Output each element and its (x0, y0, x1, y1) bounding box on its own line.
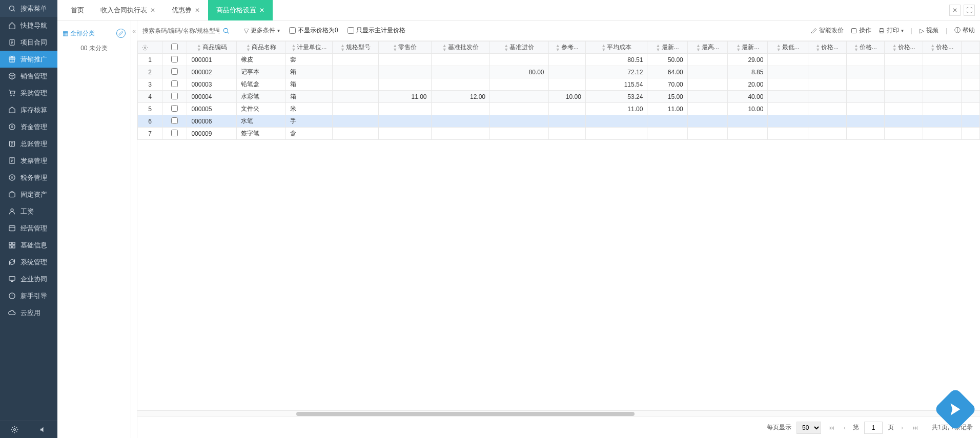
cell[interactable] (768, 103, 808, 115)
cell[interactable] (923, 78, 961, 91)
table-row[interactable]: 2000002记事本箱80.0072.1264.008.85 (138, 66, 980, 78)
table-row[interactable]: 6000006水笔手 (138, 115, 980, 128)
cell[interactable] (846, 78, 885, 91)
print-button[interactable]: 打印 ▾ (879, 26, 904, 35)
last-page-button[interactable]: ⏭ (910, 424, 921, 431)
per-page-select[interactable]: 50 (797, 422, 821, 434)
sidebar-item-1[interactable]: 快捷导航 (0, 17, 57, 34)
sidebar-item-12[interactable]: 工资 (0, 203, 57, 220)
cell[interactable] (687, 91, 727, 103)
tab-2[interactable]: 优惠券✕ (164, 0, 208, 20)
cell[interactable]: 64.00 (647, 66, 687, 78)
prev-page-button[interactable]: ‹ (842, 424, 848, 431)
tab-3[interactable]: 商品价格设置✕ (208, 0, 273, 20)
row-checkbox[interactable] (171, 117, 178, 124)
sidebar-item-6[interactable]: 库存核算 (0, 101, 57, 118)
cell[interactable] (162, 128, 187, 140)
cell[interactable] (768, 115, 808, 128)
cell[interactable] (885, 66, 923, 78)
cell[interactable] (768, 91, 808, 103)
cell[interactable] (162, 103, 187, 115)
cell[interactable]: 72.12 (585, 66, 647, 78)
cell[interactable] (490, 115, 549, 128)
sidebar-item-10[interactable]: 税务管理 (0, 169, 57, 186)
cell[interactable]: 签字笔 (236, 128, 285, 140)
close-icon[interactable]: ✕ (195, 7, 200, 14)
cell[interactable] (808, 54, 846, 66)
select-all-checkbox[interactable] (171, 44, 178, 50)
cell[interactable]: 箱 (286, 78, 332, 91)
cell[interactable]: 铅笔盒 (236, 78, 285, 91)
cell[interactable]: 80.00 (490, 66, 549, 78)
cell[interactable]: 1 (138, 54, 162, 66)
cell[interactable]: 米 (286, 103, 332, 115)
cell[interactable]: 000009 (187, 128, 236, 140)
cell[interactable] (332, 115, 378, 128)
cell[interactable] (431, 54, 490, 66)
row-checkbox[interactable] (171, 93, 178, 99)
more-conditions-button[interactable]: ▽ 更多条件 ▾ (244, 26, 280, 35)
table-row[interactable]: 5000005文件夹米11.0011.0010.00 (138, 103, 980, 115)
cell[interactable]: 000001 (187, 54, 236, 66)
cell[interactable]: 5 (138, 103, 162, 115)
sidebar-item-17[interactable]: 新手引导 (0, 287, 57, 304)
cell[interactable] (885, 54, 923, 66)
col-header-7[interactable]: ▲▼基准批发价 (431, 41, 490, 54)
search-input[interactable] (142, 27, 219, 34)
edit-category-icon[interactable] (116, 29, 126, 38)
cell[interactable]: 3 (138, 78, 162, 91)
cell[interactable]: 11.00 (379, 91, 431, 103)
close-icon[interactable]: ✕ (150, 7, 155, 14)
sidebar-item-9[interactable]: 发票管理 (0, 152, 57, 169)
cell[interactable]: 套 (286, 54, 332, 66)
cell[interactable] (923, 91, 961, 103)
cell[interactable]: 000006 (187, 115, 236, 128)
cell[interactable] (808, 115, 846, 128)
col-header-0[interactable] (138, 41, 162, 54)
col-header-6[interactable]: ▲▼零售价 (379, 41, 431, 54)
cell[interactable]: 橡皮 (236, 54, 285, 66)
cell[interactable]: 盒 (286, 128, 332, 140)
cell[interactable] (379, 66, 431, 78)
cell[interactable]: 2 (138, 66, 162, 78)
cell[interactable] (332, 54, 378, 66)
cell[interactable]: 15.00 (647, 91, 687, 103)
sidebar-item-18[interactable]: 云应用 (0, 304, 57, 321)
cell[interactable] (923, 54, 961, 66)
sidebar-item-0[interactable]: 搜索菜单 (0, 0, 57, 17)
cell[interactable] (808, 128, 846, 140)
table-row[interactable]: 3000003铅笔盒箱115.5470.0020.00 (138, 78, 980, 91)
cell[interactable] (923, 115, 961, 128)
cell[interactable] (808, 66, 846, 78)
cell[interactable]: 6 (138, 115, 162, 128)
cell[interactable] (885, 91, 923, 103)
cell[interactable] (768, 66, 808, 78)
cell[interactable] (332, 78, 378, 91)
first-page-button[interactable]: ⏮ (826, 424, 836, 431)
tab-1[interactable]: 收入合同执行表✕ (92, 0, 164, 20)
sidebar-item-8[interactable]: 总账管理 (0, 135, 57, 152)
cell[interactable]: 10.00 (548, 91, 585, 103)
cell[interactable]: 20.00 (728, 78, 768, 91)
col-header-9[interactable]: ▲▼参考... (548, 41, 585, 54)
cell[interactable] (431, 115, 490, 128)
col-header-15[interactable]: ▲▼价格... (808, 41, 846, 54)
cell[interactable]: 50.00 (647, 54, 687, 66)
sidebar-item-15[interactable]: 系统管理 (0, 254, 57, 270)
cell[interactable] (548, 115, 585, 128)
sidebar-item-14[interactable]: 基础信息 (0, 237, 57, 254)
cell[interactable]: 水彩笔 (236, 91, 285, 103)
cell[interactable] (885, 115, 923, 128)
cell[interactable]: 000002 (187, 66, 236, 78)
cell[interactable]: 4 (138, 91, 162, 103)
cell[interactable] (162, 66, 187, 78)
cell[interactable] (923, 103, 961, 115)
cell[interactable] (885, 128, 923, 140)
row-checkbox[interactable] (171, 80, 178, 87)
cell[interactable] (585, 115, 647, 128)
search-icon[interactable] (222, 27, 230, 34)
cell[interactable] (647, 128, 687, 140)
cell[interactable] (162, 54, 187, 66)
cell[interactable] (961, 54, 979, 66)
cell[interactable] (490, 128, 549, 140)
